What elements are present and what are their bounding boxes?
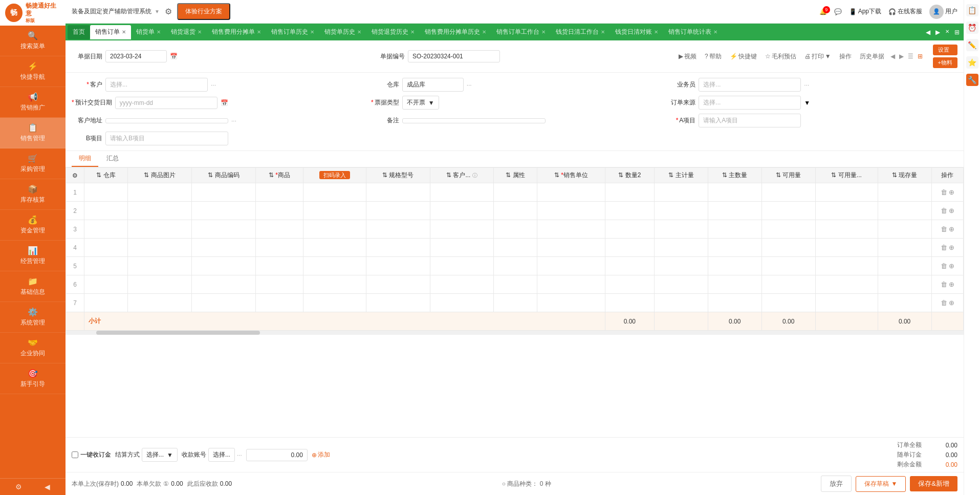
right-panel-icon-1[interactable]: 📋 <box>966 4 978 16</box>
delete-icon[interactable]: 🗑 <box>941 281 947 288</box>
cell-available2[interactable] <box>815 183 878 202</box>
cell-image[interactable] <box>127 275 191 294</box>
cell-image[interactable] <box>127 294 191 312</box>
tab-prev-arrow[interactable]: ◀ <box>924 28 932 37</box>
cell-main-qty[interactable] <box>708 220 761 239</box>
cell-main-unit[interactable] <box>654 239 708 257</box>
cell-main-unit[interactable] <box>654 275 708 294</box>
col-scan[interactable]: 扫码录入 <box>303 168 366 183</box>
cell-qty2[interactable] <box>605 183 654 202</box>
cell-op[interactable]: 🗑 ⊕ <box>931 257 963 275</box>
cell-op[interactable]: 🗑 ⊕ <box>931 220 963 239</box>
cell-warehouse[interactable] <box>84 257 128 275</box>
cell-available[interactable] <box>761 183 815 202</box>
copy-icon[interactable]: ⊕ <box>949 207 954 214</box>
cell-main-unit[interactable] <box>654 202 708 220</box>
cell-unit[interactable] <box>537 220 605 239</box>
tab-detail[interactable]: 明细 <box>72 151 98 167</box>
tab-close-return-hist[interactable]: ✕ <box>410 29 415 35</box>
cell-image[interactable] <box>127 183 191 202</box>
tab-close-daily[interactable]: ✕ <box>601 29 605 35</box>
one-click-label[interactable]: 一键收订金 <box>72 450 111 459</box>
save-draft-arrow[interactable]: ▼ <box>891 480 897 487</box>
cell-product[interactable] <box>256 202 303 220</box>
cell-scan[interactable] <box>303 294 366 312</box>
cell-product[interactable] <box>256 183 303 202</box>
cell-product[interactable] <box>256 294 303 312</box>
tab-stat[interactable]: 销售订单统计表 ✕ <box>663 25 723 39</box>
scan-button[interactable]: 扫码录入 <box>319 171 350 179</box>
layout-list-icon[interactable]: ☰ <box>908 53 913 60</box>
delete-icon[interactable]: 🗑 <box>941 225 947 233</box>
cell-product[interactable] <box>256 239 303 257</box>
one-click-checkbox[interactable] <box>72 451 78 458</box>
sidebar-item-marketing[interactable]: 📢 营销推广 <box>0 87 66 118</box>
cell-code[interactable] <box>191 239 255 257</box>
staff-input[interactable]: 选择... <box>699 78 801 92</box>
cell-attr[interactable] <box>494 275 537 294</box>
cell-available2[interactable] <box>815 294 878 312</box>
cell-image[interactable] <box>127 202 191 220</box>
cell-main-qty[interactable] <box>708 183 761 202</box>
ticket-type-select[interactable]: 不开票 ▼ <box>402 96 439 110</box>
cell-current[interactable] <box>878 183 931 202</box>
tab-close-expense[interactable]: ✕ <box>257 29 261 35</box>
cell-product[interactable] <box>256 220 303 239</box>
tab-close-reconcile[interactable]: ✕ <box>654 29 658 35</box>
tab-close-sales-bill[interactable]: ✕ <box>157 29 161 35</box>
cell-attr[interactable] <box>494 220 537 239</box>
cell-qty2[interactable] <box>605 220 654 239</box>
cell-available[interactable] <box>761 257 815 275</box>
right-panel-icon-5[interactable]: 🔧 <box>966 74 978 86</box>
cell-code[interactable] <box>191 220 255 239</box>
cell-available[interactable] <box>761 294 815 312</box>
cell-main-qty[interactable] <box>708 257 761 275</box>
payment-amount[interactable]: 0.00 <box>246 449 308 461</box>
tab-close-sales-return[interactable]: ✕ <box>198 29 202 35</box>
cell-op[interactable]: 🗑 ⊕ <box>931 275 963 294</box>
tab-sales-bill[interactable]: 销货单 ✕ <box>131 25 166 39</box>
tab-more[interactable]: ⊞ <box>952 28 962 37</box>
cell-code[interactable] <box>191 202 255 220</box>
view-btn[interactable]: ▶ 视频 <box>677 51 699 62</box>
add-material-btn[interactable]: +物料 <box>933 57 957 68</box>
cell-code[interactable] <box>191 257 255 275</box>
tab-close-stat[interactable]: ✕ <box>713 29 717 35</box>
cell-op[interactable]: 🗑 ⊕ <box>931 294 963 312</box>
cell-unit[interactable] <box>537 239 605 257</box>
cell-scan[interactable] <box>303 183 366 202</box>
tab-close-order-hist[interactable]: ✕ <box>310 29 314 35</box>
tab-close-bill-hist[interactable]: ✕ <box>357 29 361 35</box>
cell-image[interactable] <box>127 257 191 275</box>
sidebar-item-sales[interactable]: 📋 销售管理 <box>0 118 66 148</box>
right-panel-icon-4[interactable]: ⭐ <box>966 56 978 69</box>
cell-warehouse[interactable] <box>84 294 128 312</box>
cell-scan[interactable] <box>303 239 366 257</box>
cell-op[interactable]: 🗑 ⊕ <box>931 183 963 202</box>
cell-current[interactable] <box>878 275 931 294</box>
cell-unit[interactable] <box>537 183 605 202</box>
cell-attr[interactable] <box>494 239 537 257</box>
b-project-input[interactable]: 请输入B项目 <box>105 132 228 145</box>
cell-unit[interactable] <box>537 294 605 312</box>
cell-attr[interactable] <box>494 257 537 275</box>
cell-scan[interactable] <box>303 202 366 220</box>
nav-next-icon[interactable]: ▶ <box>899 53 904 60</box>
tab-order-workbench[interactable]: 销售订单工作台 ✕ <box>491 25 551 39</box>
cell-main-unit[interactable] <box>654 183 708 202</box>
sidebar-item-collab[interactable]: 🤝 企业协同 <box>0 333 66 363</box>
right-panel-icon-3[interactable]: ✏️ <box>966 39 978 51</box>
account-select[interactable]: 选择... <box>208 448 235 462</box>
cell-spec[interactable] <box>366 220 430 239</box>
cell-available2[interactable] <box>815 239 878 257</box>
delete-icon[interactable]: 🗑 <box>941 244 947 251</box>
order-source-input[interactable]: 选择... <box>699 96 801 110</box>
sidebar-item-basic[interactable]: 📁 基础信息 <box>0 271 66 302</box>
cell-main-unit[interactable] <box>654 257 708 275</box>
cell-qty2[interactable] <box>605 239 654 257</box>
delete-icon[interactable]: 🗑 <box>941 207 947 214</box>
cell-code[interactable] <box>191 294 255 312</box>
tab-reconcile[interactable]: 钱货日清对账 ✕ <box>610 25 663 39</box>
payment-method-select[interactable]: 选择... ▼ <box>142 448 178 462</box>
cell-qty2[interactable] <box>605 202 654 220</box>
